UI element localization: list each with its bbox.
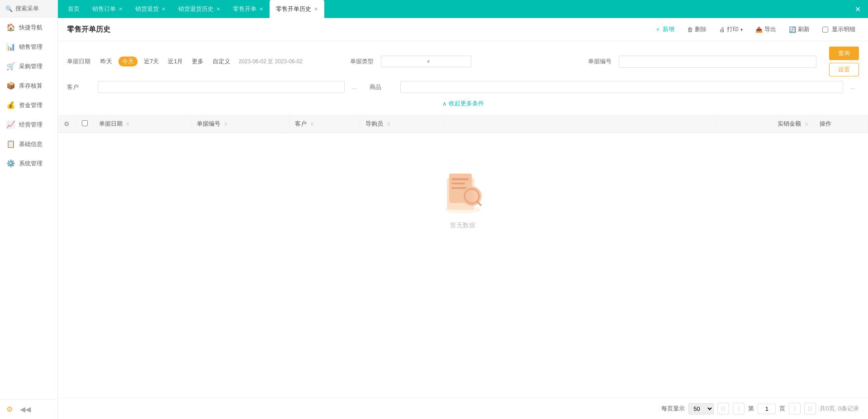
date-opt-more[interactable]: 更多 xyxy=(189,56,206,66)
date-opt-1month[interactable]: 近1月 xyxy=(165,56,185,66)
query-button[interactable]: 查询 xyxy=(829,47,859,60)
th-action-label: 操作 xyxy=(820,120,831,127)
empty-illustration xyxy=(436,169,490,214)
sidebar-item-quick-nav[interactable]: 🏠 快捷导航 xyxy=(0,18,57,37)
tab-home[interactable]: 首页 xyxy=(62,0,86,18)
page-next-button[interactable]: ⟩ xyxy=(789,403,801,414)
page-first-button[interactable]: ⟨⟨ xyxy=(717,403,729,414)
tab-sales-order-label: 销售订单 xyxy=(92,5,116,13)
tab-sales-return-history[interactable]: 销货退货历史 ✕ xyxy=(172,0,227,18)
delete-icon: 🗑 xyxy=(687,26,693,33)
sidebar-gear-button[interactable]: ⚙ xyxy=(6,405,13,414)
date-opt-custom[interactable]: 自定义 xyxy=(210,56,233,66)
page-label-pre: 第 xyxy=(748,405,754,413)
empty-state-cell: 暂无数据 xyxy=(58,133,868,266)
display-detail-button[interactable]: 显示明细 xyxy=(819,24,859,35)
sidebar-item-finance[interactable]: 💰 资金管理 xyxy=(0,95,57,115)
customer-label: 客户 xyxy=(67,83,94,91)
tab-sales-order[interactable]: 销售订单 ✕ xyxy=(86,0,129,18)
page-size-select[interactable]: 50 20 100 xyxy=(688,403,714,414)
refresh-button[interactable]: 🔄 刷新 xyxy=(785,24,813,35)
th-salesperson-label: 导购员 xyxy=(365,120,383,127)
th-salesperson[interactable]: 导购员 ⇅ xyxy=(360,115,444,133)
delete-label: 删除 xyxy=(695,25,707,33)
tab-retail-open-label: 零售开单 xyxy=(233,5,256,13)
page-size-label: 每页显示 xyxy=(661,405,685,413)
th-settings[interactable]: ⚙ xyxy=(58,115,76,133)
customer-input[interactable] xyxy=(98,81,345,93)
th-customer[interactable]: 客户 ⇅ xyxy=(289,115,360,133)
sidebar-item-label: 经营管理 xyxy=(19,121,43,129)
sidebar-item-system[interactable]: ⚙️ 系统管理 xyxy=(0,154,57,173)
delete-button[interactable]: 🗑 删除 xyxy=(683,24,710,35)
export-button[interactable]: 📤 导出 xyxy=(752,24,780,35)
tabbar-close-button[interactable]: ✕ xyxy=(851,3,864,15)
tab-retail-open-close[interactable]: ✕ xyxy=(259,6,263,12)
select-all-checkbox[interactable] xyxy=(82,120,88,126)
date-label: 单据日期 xyxy=(67,57,94,66)
print-label: 打印 xyxy=(727,25,739,33)
th-no-label: 单据编号 xyxy=(197,120,220,127)
date-range-display: 2023-06-02 至 2023-06-02 xyxy=(238,58,302,66)
main-area: 首页 销售订单 ✕ 销货退货 ✕ 销货退货历史 ✕ 零售开单 ✕ 零售开单历史 … xyxy=(58,0,868,419)
table-body: 暂无数据 xyxy=(58,133,868,266)
sidebar-collapse-button[interactable]: ◀◀ xyxy=(20,405,31,414)
page-title: 零售开单历史 xyxy=(67,25,651,34)
home-icon: 🏠 xyxy=(6,23,15,32)
total-info: 共0页, 0条记录 xyxy=(820,405,859,413)
table-settings-icon[interactable]: ⚙ xyxy=(64,120,70,127)
th-date[interactable]: 单据日期 ⇅ xyxy=(93,115,191,133)
sidebar-item-label: 系统管理 xyxy=(19,160,43,168)
page-number-input[interactable] xyxy=(758,404,776,414)
tab-sales-order-close[interactable]: ✕ xyxy=(119,6,123,12)
sidebar-item-sales-mgmt[interactable]: 📊 销售管理 xyxy=(0,37,57,56)
th-checkbox[interactable] xyxy=(76,115,93,133)
sidebar-item-label: 销售管理 xyxy=(19,43,43,51)
collapse-up-icon: ∧ xyxy=(442,100,447,107)
product-input[interactable] xyxy=(400,81,843,93)
page-prev-button[interactable]: ⟨ xyxy=(733,403,745,414)
collapse-filter-label: 收起更多条件 xyxy=(449,99,484,108)
th-amount[interactable]: 实销金额 ⇅ xyxy=(716,115,814,133)
search-icon: 🔍 xyxy=(5,5,13,12)
th-customer-label: 客户 xyxy=(295,120,307,127)
empty-state: 暂无数据 xyxy=(58,133,868,266)
refresh-icon: 🔄 xyxy=(789,26,796,33)
date-opt-yesterday[interactable]: 昨天 xyxy=(98,56,115,66)
th-no[interactable]: 单据编号 ⇅ xyxy=(191,115,289,133)
doc-no-input[interactable] xyxy=(619,56,816,68)
print-dropdown-icon: ▾ xyxy=(740,27,743,32)
empty-text: 暂无数据 xyxy=(450,221,475,230)
sidebar-item-inventory[interactable]: 📦 库存核算 xyxy=(0,76,57,95)
sidebar-search[interactable]: 🔍 搜索采单 xyxy=(0,0,57,18)
customer-dots[interactable]: ... xyxy=(348,82,360,92)
export-label: 导出 xyxy=(764,25,776,33)
sidebar-item-basic-info[interactable]: 📋 基础信息 xyxy=(0,134,57,154)
export-icon: 📤 xyxy=(755,26,763,33)
tab-retail-history-close[interactable]: ✕ xyxy=(314,6,318,12)
tab-sales-return[interactable]: 销货退货 ✕ xyxy=(129,0,172,18)
sidebar-item-purchase-mgmt[interactable]: 🛒 采购管理 xyxy=(0,56,57,76)
sidebar-item-operations[interactable]: 📈 经营管理 xyxy=(0,115,57,134)
tab-retail-open[interactable]: 零售开单 ✕ xyxy=(227,0,270,18)
page-label: 页 xyxy=(779,405,785,413)
sidebar-item-label: 快捷导航 xyxy=(19,24,43,32)
date-opt-today[interactable]: 今天 xyxy=(119,56,138,66)
display-detail-checkbox[interactable] xyxy=(822,27,828,33)
product-dots[interactable]: ... xyxy=(847,82,859,92)
print-button[interactable]: 🖨 打印 ▾ xyxy=(716,24,746,35)
inventory-icon: 📦 xyxy=(6,81,15,90)
add-button[interactable]: ＋ 新增 xyxy=(651,24,678,35)
tab-sales-return-close[interactable]: ✕ xyxy=(161,6,166,12)
sidebar-item-label: 资金管理 xyxy=(19,101,43,109)
page-last-button[interactable]: ⟩⟩ xyxy=(804,403,816,414)
tab-retail-history[interactable]: 零售开单历史 ✕ xyxy=(270,0,324,18)
date-opt-7days[interactable]: 近7天 xyxy=(141,56,161,66)
content-area: 零售开单历史 ＋ 新增 🗑 删除 🖨 打印 ▾ 📤 导出 xyxy=(58,18,868,419)
finance-icon: 💰 xyxy=(6,101,15,109)
tab-home-label: 首页 xyxy=(68,5,80,13)
doc-type-select[interactable]: ▾ xyxy=(381,56,471,67)
tab-sales-return-history-close[interactable]: ✕ xyxy=(216,6,220,12)
settings-button[interactable]: 设置 xyxy=(829,63,859,76)
collapse-filter-button[interactable]: ∧ 收起更多条件 xyxy=(441,98,486,109)
